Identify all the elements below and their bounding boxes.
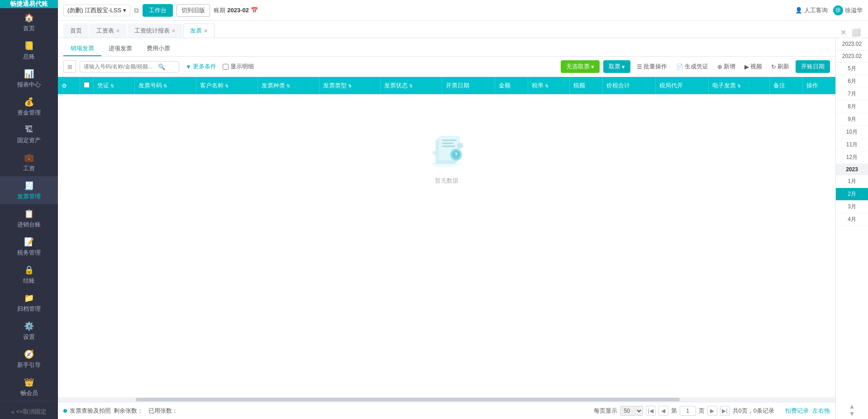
switch-old-button[interactable]: 切到旧版 <box>176 4 210 17</box>
dropdown-icon: ▾ <box>591 63 594 70</box>
filter-sort-icon[interactable]: ⇅ <box>545 83 548 88</box>
date-item-5m[interactable]: 5月 <box>836 63 868 75</box>
filter-sort-icon[interactable]: ⇅ <box>225 83 229 88</box>
tab-home[interactable]: 首页 <box>63 24 89 38</box>
sidebar-item-funds[interactable]: 💰 资金管理 <box>0 92 58 120</box>
sidebar-item-closing[interactable]: 🔒 结账 <box>0 260 58 289</box>
last-page-button[interactable]: ▶| <box>720 406 730 416</box>
filter-sort-icon[interactable]: ⇅ <box>286 83 290 88</box>
invoice-panel: 销项发票 进项发票 费用小票 ⊞ 🔍 ▼ 更多条件 显示明细 <box>58 38 835 419</box>
date-item-8m[interactable]: 8月 <box>836 101 868 113</box>
tab-salary[interactable]: 工资表 ✕ <box>90 24 127 38</box>
th-settings[interactable]: ⚙ <box>58 77 80 94</box>
subtab-sales-invoice[interactable]: 销项发票 <box>63 42 101 56</box>
scrollbar-thumb[interactable] <box>136 398 680 401</box>
filter-sort-icon[interactable]: ⇅ <box>110 83 114 88</box>
no-select-button[interactable]: 无选取票 ▾ <box>561 60 600 73</box>
date-item-9m[interactable]: 9月 <box>836 113 868 126</box>
window-maximize-button[interactable]: ⬜ <box>850 27 863 38</box>
used-label: 已用张数： <box>148 407 178 415</box>
window-close-button[interactable]: ✕ <box>839 27 848 38</box>
search-box: 🔍 <box>80 61 179 72</box>
bulk-op-button[interactable]: ☰ 批量操作 <box>634 61 670 72</box>
sidebar-item-salary[interactable]: 💼 工资 <box>0 148 58 176</box>
sidebar-item-tax[interactable]: 📝 税务管理 <box>0 232 58 260</box>
select-all-checkbox[interactable] <box>84 82 90 88</box>
company-selector[interactable]: (勿删) 江西股宝-LSS ▾ <box>63 5 130 16</box>
sidebar-bottom: « <<取消固定 <box>0 401 58 419</box>
tab-salary-stats[interactable]: 工资统计报表 ✕ <box>128 24 182 38</box>
sidebar-item-home[interactable]: 🏠 首页 <box>0 8 58 36</box>
search-icon[interactable]: 🔍 <box>158 63 165 70</box>
sidebar-item-vip[interactable]: 👑 畅会员 <box>0 373 58 401</box>
empty-text: 暂无数据 <box>435 177 458 185</box>
sidebar-item-assets[interactable]: 🏗 固定资产 <box>0 120 58 148</box>
copy-icon[interactable]: ⧉ <box>134 6 139 14</box>
th-voucher: 凭证 ⇅ <box>93 77 135 94</box>
archive-icon: 📁 <box>24 293 34 303</box>
filter-sort-icon[interactable]: ⇅ <box>163 83 167 88</box>
open-period-button[interactable]: 开账日期 <box>796 60 830 73</box>
date-item-11m[interactable]: 11月 <box>836 139 868 151</box>
date-item-12m[interactable]: 12月 <box>836 151 868 164</box>
closing-icon: 🔒 <box>24 265 34 275</box>
add-account-link[interactable]: 扣费记录 <box>785 407 809 415</box>
sidebar-item-reports[interactable]: 📊 报表中心 <box>0 64 58 92</box>
sidebar-item-sales[interactable]: 📋 进销台账 <box>0 204 58 232</box>
filter-sort-icon[interactable]: ⇅ <box>737 83 741 88</box>
workbench-button[interactable]: 工作台 <box>143 4 173 17</box>
th-checkbox[interactable] <box>80 77 93 94</box>
date-item-2023-4m[interactable]: 4月 <box>836 213 868 226</box>
filter-button[interactable]: ▼ 更多条件 <box>183 61 219 72</box>
table-container: ⚙ 凭证 ⇅ 发票号码 ⇅ 客户名称 ⇅ 发票种类 ⇅ 发票类型 ⇅ 发票状态 … <box>58 77 835 397</box>
generate-voucher-button[interactable]: 📄 生成凭证 <box>673 61 711 72</box>
refresh-button[interactable]: ↻ 刷新 <box>768 61 792 72</box>
sidebar-item-ledger[interactable]: 📒 总账 <box>0 36 58 64</box>
page-input[interactable] <box>680 406 696 416</box>
close-icon[interactable]: ✕ <box>204 28 208 34</box>
collapse-arrow-icon: « <box>11 409 14 415</box>
sidebar-item-guide[interactable]: 🧭 新手引导 <box>0 345 58 373</box>
date-item-2023-3m[interactable]: 3月 <box>836 201 868 213</box>
date-item-7m[interactable]: 7月 <box>836 88 868 101</box>
video-label: 视频 <box>750 63 762 71</box>
th-invoice-cat: 发票类型 ⇅ <box>319 77 381 94</box>
horizontal-scrollbar[interactable] <box>58 397 835 402</box>
next-page-button[interactable]: ▶ <box>707 406 717 416</box>
more-link[interactable]: 左右拖 <box>812 407 830 415</box>
sidebar-item-archive[interactable]: 📁 归档管理 <box>0 289 58 317</box>
period-calendar-icon[interactable]: 📅 <box>251 7 258 14</box>
prev-page-button[interactable]: ◀ <box>658 406 668 416</box>
show-detail-input[interactable] <box>223 64 229 70</box>
period-label: 账期 <box>214 6 225 14</box>
user-profile[interactable]: 徐 徐溢华 <box>833 5 863 15</box>
date-item-10m[interactable]: 10月 <box>836 126 868 139</box>
search-input[interactable] <box>84 63 156 70</box>
sidebar-item-settings[interactable]: ⚙️ 设置 <box>0 317 58 345</box>
date-item-6m[interactable]: 6月 <box>836 75 868 88</box>
filter-sort-icon[interactable]: ⇅ <box>409 83 413 88</box>
grid-view-icon[interactable]: ⊞ <box>63 60 76 73</box>
per-page-select[interactable]: 50 100 200 <box>620 406 643 416</box>
video-button[interactable]: ▶ 视频 <box>742 61 765 72</box>
svg-point-11 <box>432 150 437 155</box>
date-item-2023-2m[interactable]: 2月 <box>836 188 868 201</box>
show-detail-checkbox[interactable]: 显示明细 <box>223 63 254 71</box>
sidebar-item-label: 资金管理 <box>17 109 41 117</box>
close-icon[interactable]: ✕ <box>172 28 176 34</box>
support-link[interactable]: 👤 人工客询 <box>795 6 828 14</box>
scroll-up-icon[interactable]: ▲ <box>849 403 855 410</box>
total-label: 共0页，0条记录 <box>733 407 774 415</box>
new-button[interactable]: ⊕ 新增 <box>715 61 738 72</box>
date-item-2023-1m[interactable]: 1月 <box>836 175 868 188</box>
sidebar-collapse-btn[interactable]: « <<取消固定 <box>0 405 58 419</box>
close-icon[interactable]: ✕ <box>116 28 120 34</box>
sidebar-item-invoices[interactable]: 🧾 发票管理 <box>0 176 58 204</box>
first-page-button[interactable]: |◀ <box>646 406 656 416</box>
subtab-purchase-invoice[interactable]: 进项发票 <box>101 42 139 56</box>
filter-sort-icon[interactable]: ⇅ <box>348 83 352 88</box>
subtab-expense-receipt[interactable]: 费用小票 <box>139 42 177 56</box>
tab-invoice[interactable]: 发票 ✕ <box>183 24 215 38</box>
take-ticket-button[interactable]: 取票 ▾ <box>603 60 630 73</box>
scroll-down-icon[interactable]: ▼ <box>849 410 855 417</box>
